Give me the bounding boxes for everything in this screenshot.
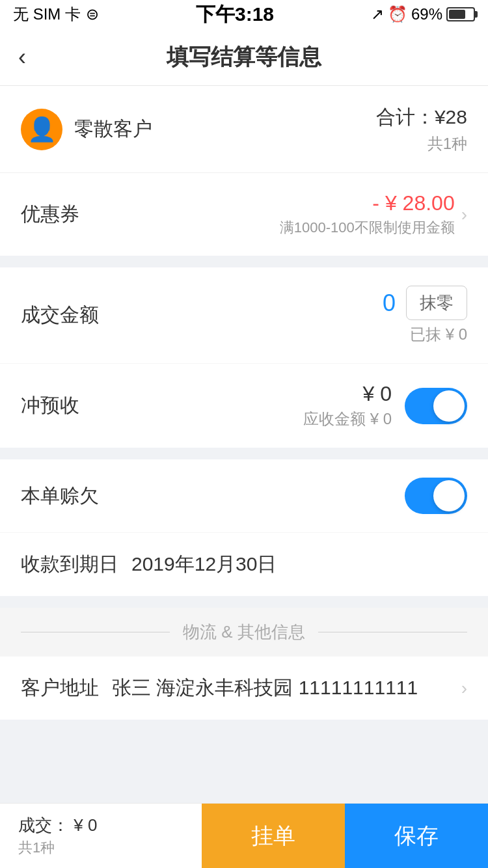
credit-section: 本单赊欠 收款到期日 2019年12月30日 xyxy=(0,459,488,596)
transaction-amount-row: 成交金额 抹零 已抹 ¥ 0 xyxy=(0,267,488,364)
bottom-count: 共1种 xyxy=(18,838,183,858)
battery-percent: 69% xyxy=(411,5,442,23)
status-left: 无 SIM 卡 ⊜ xyxy=(13,4,99,25)
chevron-right-icon: › xyxy=(461,204,467,225)
round-off-button[interactable]: 抹零 xyxy=(406,286,467,320)
logistics-header: 物流 & 其他信息 xyxy=(0,608,488,657)
nav-bar: ‹ 填写结算等信息 xyxy=(0,29,488,86)
coupon-label: 优惠券 xyxy=(21,201,79,228)
location-icon: ↗ xyxy=(371,5,384,23)
page-title: 填写结算等信息 xyxy=(167,42,321,72)
deducted-label: 已抹 xyxy=(410,325,441,343)
coupon-info: - ¥ 28.00 满1000-100不限制使用金额 xyxy=(280,191,455,237)
bottom-bar: 成交： ¥ 0 共1种 挂单 保存 xyxy=(0,803,488,868)
due-date-value: 2019年12月30日 xyxy=(131,551,277,578)
customer-left: 👤 零散客户 xyxy=(21,109,152,150)
bottom-info: 成交： ¥ 0 共1种 xyxy=(0,814,202,858)
battery-fill xyxy=(449,10,465,19)
customer-right: 合计：¥28 共1种 xyxy=(376,104,467,154)
transaction-amount-label: 成交金额 xyxy=(21,302,99,329)
logistics-line-right xyxy=(318,632,467,632)
credit-row: 本单赊欠 xyxy=(0,459,488,533)
customer-avatar: 👤 xyxy=(21,109,62,150)
sim-text: 无 SIM 卡 xyxy=(13,4,81,25)
transaction-amount-input[interactable] xyxy=(318,290,396,317)
bottom-deal-row: 成交： ¥ 0 xyxy=(18,814,183,837)
back-button[interactable]: ‹ xyxy=(18,44,26,71)
wifi-icon: ⊜ xyxy=(86,5,99,23)
bottom-deal-label: 成交： xyxy=(18,815,69,835)
prepaid-offset-amount: ¥ 0 xyxy=(303,382,392,406)
due-date-row: 收款到期日 2019年12月30日 xyxy=(0,533,488,596)
deducted-text: 已抹 ¥ 0 xyxy=(410,324,467,345)
prepaid-offset-row: 冲预收 ¥ 0 应收金额 ¥ 0 xyxy=(0,364,488,448)
credit-toggle[interactable] xyxy=(405,478,467,514)
address-label: 客户地址 xyxy=(21,675,99,701)
avatar-icon: 👤 xyxy=(27,116,57,143)
logistics-text: 物流 & 其他信息 xyxy=(170,621,318,644)
prepaid-sub-amount: ¥ 0 xyxy=(370,410,392,427)
save-button[interactable]: 保存 xyxy=(345,804,488,869)
coupon-row[interactable]: 优惠券 - ¥ 28.00 满1000-100不限制使用金额 › xyxy=(0,172,488,256)
coupon-desc: 满1000-100不限制使用金额 xyxy=(280,218,455,237)
status-time: 下午3:18 xyxy=(196,1,274,28)
alarm-icon: ⏰ xyxy=(388,5,407,23)
coupon-discount: - ¥ 28.00 xyxy=(280,191,455,215)
deducted-value: ¥ 0 xyxy=(446,325,467,343)
credit-toggle-knob xyxy=(433,480,465,511)
content-area: 👤 零散客户 合计：¥28 共1种 优惠券 - ¥ 28.00 满1000-10… xyxy=(0,86,488,803)
prepaid-offset-amounts: ¥ 0 应收金额 ¥ 0 xyxy=(303,382,392,429)
prepaid-offset-label: 冲预收 xyxy=(21,392,99,419)
battery-icon xyxy=(446,7,475,21)
status-right: ↗ ⏰ 69% xyxy=(371,5,475,23)
due-date-label: 收款到期日 xyxy=(21,551,118,578)
bottom-deal-amount: ¥ 0 xyxy=(74,815,97,835)
credit-label: 本单赊欠 xyxy=(21,483,99,509)
customer-name: 零散客户 xyxy=(74,116,152,142)
coupon-right: - ¥ 28.00 满1000-100不限制使用金额 › xyxy=(280,191,467,237)
prepaid-sub-label: 应收金额 xyxy=(303,410,366,427)
customer-row: 👤 零散客户 合计：¥28 共1种 xyxy=(0,86,488,172)
total-amount: 合计：¥28 xyxy=(376,104,467,131)
transaction-section: 成交金额 抹零 已抹 ¥ 0 冲预收 ¥ 0 应收金额 xyxy=(0,267,488,448)
total-count: 共1种 xyxy=(376,133,467,154)
address-row[interactable]: 客户地址 张三 海淀永丰科技园 11111111111 › xyxy=(0,657,488,720)
prepaid-offset-right: ¥ 0 应收金额 ¥ 0 xyxy=(303,382,467,429)
transaction-amount-right: 抹零 已抹 ¥ 0 xyxy=(318,286,467,345)
prepaid-toggle-knob xyxy=(433,390,465,422)
logistics-line-left xyxy=(21,632,170,632)
pending-button[interactable]: 挂单 xyxy=(202,804,345,869)
status-bar: 无 SIM 卡 ⊜ 下午3:18 ↗ ⏰ 69% xyxy=(0,0,488,29)
customer-section: 👤 零散客户 合计：¥28 共1种 优惠券 - ¥ 28.00 满1000-10… xyxy=(0,86,488,256)
prepaid-offset-sub: 应收金额 ¥ 0 xyxy=(303,409,392,429)
prepaid-toggle[interactable] xyxy=(405,388,467,424)
address-value: 张三 海淀永丰科技园 11111111111 xyxy=(112,675,448,701)
logistics-section: 物流 & 其他信息 客户地址 张三 海淀永丰科技园 11111111111 › xyxy=(0,608,488,720)
address-chevron-icon: › xyxy=(461,678,467,699)
transaction-input-row: 抹零 xyxy=(318,286,467,320)
